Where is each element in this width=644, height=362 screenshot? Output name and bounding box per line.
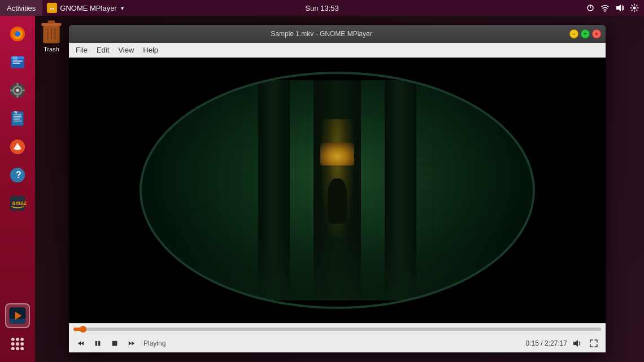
- svg-rect-3: [53, 8, 54, 10]
- svg-rect-23: [23, 90, 25, 91]
- top-bar: Activities GNOME MPlayer ▾ Sun 13:53: [0, 0, 644, 16]
- power-tray-icon[interactable]: [585, 3, 595, 13]
- app-name-label: GNOME MPlayer: [60, 4, 116, 12]
- progress-bar[interactable]: [73, 328, 601, 331]
- svg-marker-61: [129, 342, 132, 346]
- sidebar-icon-firefox[interactable]: [5, 21, 30, 46]
- sidebar-icon-help[interactable]: ?: [5, 163, 30, 187]
- svg-marker-7: [616, 5, 621, 11]
- activities-button[interactable]: Activities: [0, 0, 42, 16]
- svg-point-8: [633, 7, 636, 10]
- svg-marker-63: [573, 340, 578, 347]
- svg-point-47: [16, 347, 19, 350]
- sidebar: W ? amazon: [0, 16, 35, 362]
- svg-rect-14: [12, 56, 18, 60]
- progress-handle[interactable]: [80, 326, 86, 333]
- svg-point-19: [16, 89, 19, 92]
- svg-rect-59: [98, 341, 101, 346]
- svg-marker-57: [81, 342, 84, 346]
- app-dropdown-arrow: ▾: [121, 5, 124, 11]
- trash-label: Trash: [43, 46, 59, 53]
- volume-tray-icon[interactable]: [615, 3, 625, 13]
- svg-marker-56: [78, 342, 81, 346]
- svg-point-6: [604, 11, 606, 12]
- app-icon-small: [47, 3, 57, 13]
- window-title: Sample 1.mkv - GNOME MPlayer: [73, 30, 569, 38]
- status-text: Playing: [143, 339, 166, 347]
- video-area: [69, 58, 606, 323]
- pause-button[interactable]: [90, 336, 105, 351]
- maximize-button[interactable]: +: [581, 29, 590, 38]
- svg-rect-16: [12, 63, 20, 64]
- svg-rect-26: [14, 115, 22, 115]
- svg-point-44: [16, 342, 19, 346]
- svg-rect-20: [17, 83, 19, 85]
- svg-marker-62: [132, 342, 134, 346]
- control-bar: Playing 0:15 / 2:27:17: [69, 323, 606, 352]
- show-apps-button[interactable]: [5, 332, 30, 356]
- svg-rect-28: [14, 119, 20, 119]
- title-bar: Sample 1.mkv - GNOME MPlayer − + ×: [69, 25, 606, 43]
- svg-text:amazon: amazon: [12, 200, 27, 206]
- controls-row: Playing 0:15 / 2:27:17: [69, 335, 606, 352]
- svg-rect-15: [12, 60, 22, 62]
- svg-point-40: [11, 338, 15, 341]
- svg-text:W: W: [14, 111, 18, 114]
- svg-rect-2: [50, 8, 52, 10]
- sidebar-icon-settings[interactable]: [5, 78, 30, 103]
- stop-button[interactable]: [107, 336, 122, 351]
- menu-edit[interactable]: Edit: [92, 43, 114, 58]
- desktop-trash-icon[interactable]: Trash: [38, 19, 65, 53]
- svg-rect-32: [15, 149, 20, 150]
- progress-row: [69, 324, 606, 335]
- svg-point-48: [20, 347, 24, 350]
- top-bar-left: Activities GNOME MPlayer ▾: [0, 0, 128, 16]
- svg-point-42: [20, 338, 24, 341]
- minimize-button[interactable]: −: [569, 29, 578, 38]
- desktop: Trash Sample 1.mkv - GNOME MPlayer − + ×…: [35, 16, 644, 362]
- sidebar-bottom: [5, 332, 30, 362]
- svg-rect-58: [95, 341, 98, 346]
- menu-view[interactable]: View: [114, 43, 138, 58]
- svg-point-46: [11, 347, 15, 350]
- svg-rect-60: [112, 341, 118, 346]
- sidebar-icon-files[interactable]: [5, 50, 30, 75]
- menu-file[interactable]: File: [71, 43, 92, 58]
- svg-point-41: [16, 338, 19, 341]
- svg-rect-52: [48, 20, 55, 24]
- fast-forward-button[interactable]: [124, 336, 139, 351]
- svg-marker-1: [51, 5, 54, 7]
- top-bar-clock: Sun 13:53: [305, 4, 338, 12]
- sidebar-icon-writer[interactable]: W: [5, 106, 30, 131]
- player-window: Sample 1.mkv - GNOME MPlayer − + × File …: [69, 25, 606, 352]
- sidebar-icon-software[interactable]: [5, 134, 30, 159]
- settings-tray-icon[interactable]: [629, 3, 639, 13]
- wifi-tray-icon[interactable]: [600, 3, 610, 13]
- sidebar-icon-mplayer[interactable]: [5, 303, 30, 328]
- menu-help[interactable]: Help: [138, 43, 163, 58]
- svg-point-43: [11, 342, 15, 346]
- video-content: [69, 58, 606, 323]
- sidebar-icon-amazon[interactable]: amazon: [5, 191, 30, 216]
- rewind-button[interactable]: [73, 336, 88, 351]
- svg-rect-21: [17, 95, 19, 98]
- svg-rect-0: [49, 6, 55, 11]
- tunnel-outer: [140, 72, 535, 309]
- window-controls: − + ×: [569, 29, 601, 38]
- svg-rect-22: [10, 90, 12, 91]
- fullscreen-button[interactable]: [586, 336, 601, 351]
- volume-button[interactable]: [569, 336, 584, 351]
- svg-rect-29: [14, 121, 22, 121]
- app-indicator[interactable]: GNOME MPlayer ▾: [42, 0, 128, 16]
- svg-point-45: [20, 342, 24, 346]
- time-display: 0:15 / 2:27:17: [526, 339, 567, 347]
- close-button[interactable]: ×: [592, 29, 601, 38]
- svg-rect-27: [14, 116, 22, 117]
- top-bar-right: [585, 3, 644, 13]
- menu-bar: File Edit View Help: [69, 43, 606, 58]
- svg-text:?: ?: [16, 170, 21, 180]
